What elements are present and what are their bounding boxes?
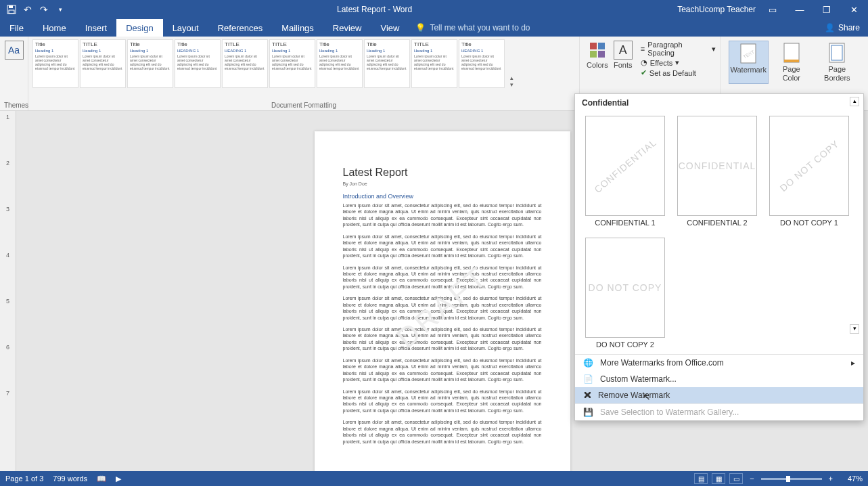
themes-button[interactable]: Aa <box>5 41 24 60</box>
title-bar: ↶ ↷ ▾ Latest Report - Word TeachUcomp Te… <box>0 0 868 19</box>
colors-button[interactable]: Colors <box>587 41 608 69</box>
tab-layout[interactable]: Layout <box>163 19 208 37</box>
doc-paragraph: Lorem ipsum dolor sit amet, consectetur … <box>343 419 542 445</box>
svg-rect-1 <box>9 5 13 8</box>
zoom-in-icon[interactable]: + <box>826 474 836 483</box>
style-gallery-expand-icon[interactable]: ▴▾ <box>506 39 517 88</box>
tab-design[interactable]: Design <box>116 19 162 37</box>
watermark-thumbnail: DO NOT COPY <box>585 238 665 338</box>
qat-customize-icon[interactable]: ▾ <box>53 2 68 17</box>
chevron-right-icon: ▸ <box>851 358 855 368</box>
watermark-item-label: CONFIDENTIAL 1 <box>595 219 655 227</box>
lightbulb-icon: 💡 <box>415 23 426 32</box>
doc-byline: By Jon Doe <box>343 181 542 186</box>
status-bar: Page 1 of 3 799 words 📖 ▶ ▤ ▦ ▭ − + 47% <box>0 471 868 486</box>
style-set-tile[interactable]: TitleHeading 1Lorem ipsum dolor sit amet… <box>32 39 78 88</box>
word-count[interactable]: 799 words <box>53 474 87 483</box>
zoom-level[interactable]: 47% <box>840 474 863 483</box>
custom-watermark-item[interactable]: 📄 Custom Watermark... <box>575 371 863 387</box>
doc-paragraph: Lorem ipsum dolor sit amet, consectetur … <box>343 234 542 259</box>
style-set-tile[interactable]: TITLEHeading 1Lorem ipsum dolor sit amet… <box>269 39 315 88</box>
vertical-ruler[interactable]: 1234567 <box>0 111 16 471</box>
doc-paragraph: Lorem ipsum dolor sit amet, consectetur … <box>343 265 542 290</box>
paragraph-spacing-icon: ≡ <box>641 45 645 53</box>
page-borders-button[interactable]: Page Borders <box>815 41 860 84</box>
effects-button[interactable]: ◔Effects ▾ <box>641 58 716 67</box>
page-color-icon <box>781 42 802 64</box>
themes-group: Aa Themes <box>0 37 28 110</box>
tab-home[interactable]: Home <box>33 19 76 37</box>
page-color-button[interactable]: Page Color <box>773 41 810 84</box>
minimize-icon[interactable]: — <box>790 2 810 17</box>
style-set-tile[interactable]: TitleHeading 1Lorem ipsum dolor sit amet… <box>317 39 363 88</box>
doc-paragraph: Lorem ipsum dolor sit amet, consectetur … <box>343 389 542 414</box>
doc-paragraph: Lorem ipsum dolor sit amet, consectetur … <box>343 357 542 383</box>
style-set-tile[interactable]: TITLEHeading 1Lorem ipsum dolor sit amet… <box>80 39 126 88</box>
tell-me-search[interactable]: 💡 Tell me what you want to do <box>409 23 530 32</box>
print-layout-icon[interactable]: ▦ <box>712 473 725 484</box>
globe-icon: 🌐 <box>583 358 593 368</box>
watermark-button[interactable]: TEXT Watermark <box>729 41 769 84</box>
watermark-gallery-item[interactable]: CONFIDENTIALCONFIDENTIAL 1 <box>585 116 666 227</box>
svg-rect-2 <box>9 10 14 14</box>
close-icon[interactable]: ✕ <box>844 2 864 17</box>
spellcheck-icon[interactable]: 📖 <box>97 474 106 483</box>
ribbon-tabs: File Home Insert Design Layout Reference… <box>0 19 868 37</box>
save-icon[interactable] <box>4 2 19 17</box>
svg-rect-6 <box>598 51 605 58</box>
watermark-item-label: DO NOT COPY 2 <box>596 340 654 349</box>
macro-icon[interactable]: ▶ <box>116 474 121 483</box>
more-watermarks-item[interactable]: 🌐 More Watermarks from Office.com ▸ <box>575 355 863 371</box>
page-indicator[interactable]: Page 1 of 3 <box>5 474 43 483</box>
zoom-slider[interactable] <box>761 478 822 480</box>
read-mode-icon[interactable]: ▤ <box>694 473 708 484</box>
paragraph-spacing-button[interactable]: ≡Paragraph Spacing ▾ <box>641 41 716 57</box>
set-default-button[interactable]: ✔Set as Default <box>641 68 716 77</box>
style-set-tile[interactable]: TitleHEADING 1Lorem ipsum dolor sit amet… <box>175 39 221 88</box>
gallery-scroll-up-icon[interactable]: ▴ <box>850 97 859 106</box>
watermark-item-label: CONFIDENTIAL 2 <box>687 219 747 227</box>
watermark-gallery-item[interactable]: DO NOT COPYDO NOT COPY 2 <box>585 238 666 349</box>
save-gallery-icon: 💾 <box>583 407 593 417</box>
style-set-tile[interactable]: TITLEHeading 1Lorem ipsum dolor sit amet… <box>411 39 457 88</box>
watermark-item-label: DO NOT COPY 1 <box>780 219 838 227</box>
checkmark-icon: ✔ <box>641 68 647 77</box>
svg-rect-4 <box>598 43 605 49</box>
tab-references[interactable]: References <box>208 19 272 37</box>
doc-heading-title: Latest Report <box>343 167 542 179</box>
tab-mailings[interactable]: Mailings <box>272 19 323 37</box>
document-page: DRAFT Latest Report By Jon Doe Introduct… <box>315 131 570 471</box>
ribbon-options-icon[interactable]: ▭ <box>762 2 783 17</box>
tab-file[interactable]: File <box>0 19 33 37</box>
watermark-thumbnail: CONFIDENTIAL <box>677 116 757 216</box>
svg-rect-5 <box>590 51 597 58</box>
style-set-tile[interactable]: TitleHeading 1Lorem ipsum dolor sit amet… <box>127 39 173 88</box>
fonts-button[interactable]: A Fonts <box>614 41 633 69</box>
restore-icon[interactable]: ❐ <box>817 2 837 17</box>
zoom-out-icon[interactable]: − <box>747 474 756 483</box>
style-set-tile[interactable]: TitleHEADING 1Lorem ipsum dolor sit amet… <box>459 39 505 88</box>
web-layout-icon[interactable]: ▭ <box>729 473 743 484</box>
tab-insert[interactable]: Insert <box>76 19 117 37</box>
share-button[interactable]: 👤 Share <box>817 23 868 32</box>
watermark-icon: TEXT <box>737 43 759 64</box>
doc-paragraph: Lorem ipsum dolor sit amet, consectetur … <box>343 326 542 352</box>
watermark-gallery-item[interactable]: CONFIDENTIALCONFIDENTIAL 2 <box>677 116 758 227</box>
remove-watermark-item[interactable]: 🗙 Remove Watermark ↖ <box>575 387 863 403</box>
remove-icon: 🗙 <box>583 391 591 400</box>
svg-rect-10 <box>784 60 799 62</box>
style-set-tile[interactable]: TITLEHEADING 1Lorem ipsum dolor sit amet… <box>222 39 268 88</box>
style-set-tile[interactable]: TitleHeading 1Lorem ipsum dolor sit amet… <box>364 39 410 88</box>
watermark-gallery-item[interactable]: DO NOT COPYDO NOT COPY 1 <box>769 116 850 227</box>
tab-view[interactable]: View <box>371 19 409 37</box>
redo-icon[interactable]: ↷ <box>37 2 51 17</box>
watermark-thumbnail: CONFIDENTIAL <box>585 116 665 216</box>
svg-rect-9 <box>784 43 799 62</box>
undo-icon[interactable]: ↶ <box>20 2 35 17</box>
effects-icon: ◔ <box>641 58 647 67</box>
document-formatting-group: TitleHeading 1Lorem ipsum dolor sit amet… <box>28 37 580 110</box>
gallery-scroll-down-icon[interactable]: ▾ <box>850 324 859 334</box>
watermark-section-header: Confidential <box>575 94 863 112</box>
page-borders-icon <box>826 42 848 64</box>
tab-review[interactable]: Review <box>323 19 371 37</box>
